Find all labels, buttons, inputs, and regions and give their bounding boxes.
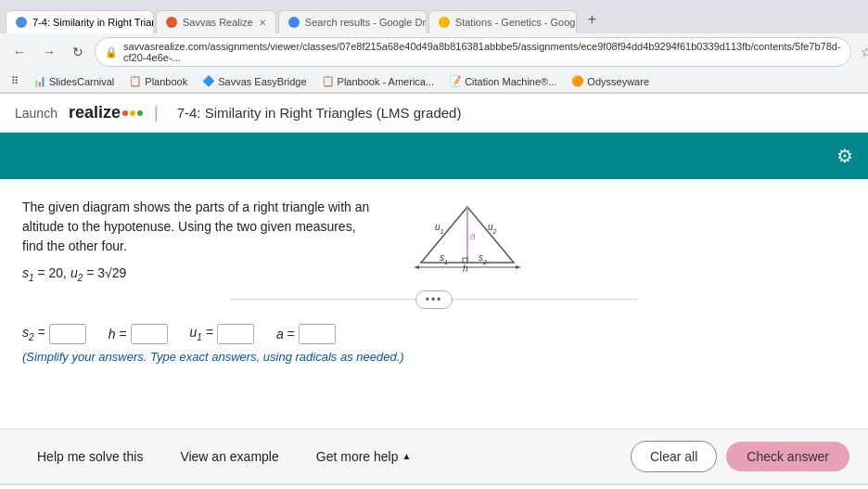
equals-2: = 3√29 [86,265,126,280]
browser-chrome: 7-4: Similarity in Right Triangles ✕ Sav… [0,0,868,94]
lock-icon: 🔒 [105,46,118,58]
svg-text:u1: u1 [435,222,444,235]
svg-marker-10 [414,265,419,269]
tab-favicon-4 [439,17,450,28]
tab-favicon-3 [288,17,300,28]
bookmark-label-6: Odysseyware [587,76,649,87]
tab-label-3: Search results - Google Drive [305,17,427,28]
logo-dots [122,110,143,116]
get-more-help-link[interactable]: Get more help ▲ [298,449,430,464]
tab-label: 7-4: Similarity in Right Triangles [32,17,154,28]
bookmark-planbook2[interactable]: 📋 Planbook - America... [318,73,439,89]
dot-1 [122,110,128,116]
tab-active[interactable]: 7-4: Similarity in Right Triangles ✕ [6,10,154,33]
given-measures: s1 = 20, u2 = 3√29 [22,265,375,283]
clear-all-button[interactable]: Clear all [631,441,717,472]
teal-banner: ⚙ [0,133,868,179]
help-bar: Help me solve this View an example Get m… [0,429,868,484]
address-bar[interactable]: 🔒 savvasrealize.com/assignments/viewer/c… [95,37,851,67]
dot-3 [137,110,143,116]
equals-1: = 20, [37,265,70,280]
bookmark-apps[interactable]: ⠿ [7,73,22,89]
bookmark-label-2: Planbook [145,76,187,87]
forward-nav-button[interactable]: → [37,41,61,63]
bookmark-icon-2: 📋 [129,75,142,87]
label-s2: s2 = [22,325,45,342]
address-text: savvasrealize.com/assignments/viewer/cla… [123,41,841,63]
answer-group-u1: u1 = [190,324,254,344]
divider-row: ••• [22,283,846,316]
tab-savvas[interactable]: Savvas Realize ✕ [156,10,276,33]
tab-label-2: Savvas Realize [183,17,253,28]
header-divider: | [154,103,159,122]
apps-icon: ⠿ [11,75,19,87]
bookmark-icon-6: 🟠 [571,75,584,87]
bookmark-easybridge[interactable]: 🔷 Savvas EasyBridge [198,73,310,89]
given-u2: u2 [70,265,83,280]
problem-description: The given diagram shows the parts of a r… [22,198,375,256]
help-me-solve-link[interactable]: Help me solve this [19,449,161,464]
bookmark-label-3: Savvas EasyBridge [218,76,306,87]
launch-label: Launch [15,106,57,121]
triangle-diagram: u1 u2 a s1 s2 h [412,198,523,275]
answer-group-h: h = [108,324,168,344]
tab-stations[interactable]: Stations - Genetics - Google Sli... ✕ [428,10,577,33]
app-header: Launch realize | 7-4: Similarity in Righ… [0,94,868,133]
problem-left: The given diagram shows the parts of a r… [22,198,375,283]
given-s1: s1 [22,265,34,280]
view-example-link[interactable]: View an example [161,449,297,464]
label-h: h = [108,327,127,341]
nav-bar: ← → ↻ 🔒 savvasrealize.com/assignments/vi… [0,33,868,71]
answer-group-s2: s2 = [22,324,86,344]
reload-button[interactable]: ↻ [67,41,89,63]
left-divider [230,299,415,300]
input-s2[interactable] [49,324,86,344]
bookmark-icon-5: 📝 [449,75,462,87]
bookmark-star-button[interactable]: ☆ [857,41,868,63]
triangle-svg: u1 u2 a s1 s2 h [412,198,523,272]
bottom-nav: Review Progress Question of 9 ◀ Back Nex… [0,484,868,489]
answer-group-a: a = [276,324,336,344]
bookmark-icon-1: 📊 [33,75,46,87]
realize-logo: realize [69,103,143,122]
hint-text: (Simplify your answers. Type exact answe… [22,350,846,364]
bookmark-citation[interactable]: 📝 Citation Machine®... [445,73,560,89]
label-a: a = [276,327,295,341]
bookmarks-bar: ⠿ 📊 SlidesCarnival 📋 Planbook 🔷 Savvas E… [0,71,868,93]
browser-nav-icons: ☆ 👤 🧩 ⋮ [857,41,868,63]
page-title: 7-4: Similarity in Right Triangles (LMS … [177,105,462,121]
bookmark-label-1: SlidesCarnival [49,76,114,87]
tab-favicon-2 [166,17,177,28]
expand-dots-button[interactable]: ••• [415,290,453,309]
tab-label-4: Stations - Genetics - Google Sli... [455,17,577,28]
bookmark-label-5: Citation Machine®... [465,76,556,87]
check-answer-button[interactable]: Check answer [726,442,849,471]
main-content: The given diagram shows the parts of a r… [0,179,868,373]
problem-row: The given diagram shows the parts of a r… [22,198,846,283]
input-u1[interactable] [217,324,254,344]
settings-gear-button[interactable]: ⚙ [836,145,853,167]
bookmark-icon-3: 🔷 [202,75,215,87]
answer-row: s2 = h = u1 = a = [22,324,846,344]
label-u1: u1 = [190,325,213,342]
tab-favicon [16,17,27,28]
chevron-down-icon: ▲ [402,451,411,461]
svg-marker-11 [516,265,521,269]
bookmark-slidescarnival[interactable]: 📊 SlidesCarnival [30,73,118,89]
new-tab-button[interactable]: + [579,6,606,33]
logo-text: realize [69,103,121,122]
svg-text:a: a [470,231,476,241]
tab-close-2[interactable]: ✕ [259,18,266,28]
bookmark-icon-4: 📋 [322,75,335,87]
get-more-help-text: Get more help [316,449,399,464]
back-nav-button[interactable]: ← [7,41,32,63]
bookmark-label-4: Planbook - America... [338,76,435,87]
tab-bar: 7-4: Similarity in Right Triangles ✕ Sav… [0,0,868,33]
dot-2 [130,110,135,116]
tab-google[interactable]: Search results - Google Drive ✕ [278,10,427,33]
bookmark-odyssey[interactable]: 🟠 Odysseyware [568,73,653,89]
input-h[interactable] [131,324,168,344]
input-a[interactable] [299,324,336,344]
bookmark-planbook[interactable]: 📋 Planbook [125,73,191,89]
right-divider [453,299,638,300]
